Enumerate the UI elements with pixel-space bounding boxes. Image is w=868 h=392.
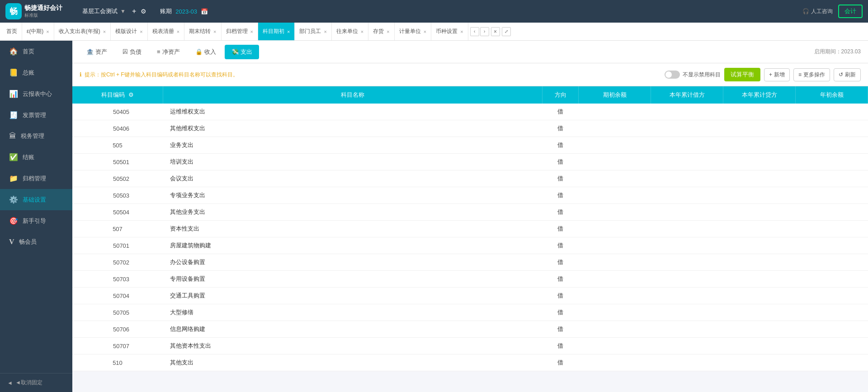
settings-icon[interactable]: ⚙ bbox=[141, 8, 146, 15]
table-row[interactable]: 50406 其他维权支出 借 bbox=[72, 120, 868, 137]
sidebar-pin-toggle[interactable]: ◄ ◄取消固定 bbox=[0, 373, 72, 392]
table-row[interactable]: 50405 运维维权支出 借 bbox=[72, 104, 868, 120]
tab-unit[interactable]: 计量单位 × bbox=[395, 23, 431, 41]
table-row[interactable]: 50701 房屋建筑物购建 借 bbox=[72, 237, 868, 254]
sub-tab-expenditure[interactable]: 💸 支出 bbox=[225, 45, 259, 59]
cell-debit bbox=[651, 271, 723, 288]
tab-currency[interactable]: 币种设置 × bbox=[431, 23, 468, 41]
cell-code: 50503 bbox=[72, 187, 163, 204]
table-row[interactable]: 50504 其他业务支出 借 bbox=[72, 204, 868, 221]
refresh-button[interactable]: ↺ 刷新 bbox=[834, 68, 861, 81]
ai-consult-btn[interactable]: 🎧 人工咨询 bbox=[802, 8, 833, 15]
cell-year-balance bbox=[796, 271, 868, 288]
table-row[interactable]: 505 业务支出 借 bbox=[72, 137, 868, 154]
cell-debit bbox=[651, 304, 723, 321]
project-name-area[interactable]: 基层工会测试 ▼ + ⚙ bbox=[82, 7, 146, 15]
cell-year-balance bbox=[796, 204, 868, 221]
tab-next-btn[interactable]: › bbox=[480, 27, 489, 36]
sidebar-item-tax[interactable]: 🏛 税务管理 bbox=[0, 126, 72, 146]
project-dropdown-icon[interactable]: ▼ bbox=[120, 8, 126, 14]
sub-tab-liabilities[interactable]: 囚 负债 bbox=[116, 45, 148, 59]
tab-dept-close[interactable]: × bbox=[324, 29, 326, 34]
tab-period-end[interactable]: 期末结转 × bbox=[184, 23, 221, 41]
table-row[interactable]: 50502 会议支出 借 bbox=[72, 170, 868, 187]
ledger-icon: 📒 bbox=[9, 68, 18, 77]
tab-middle-label: ε(中期) bbox=[27, 28, 43, 35]
tab-expand-btn[interactable]: ⤢ bbox=[502, 27, 511, 36]
calendar-icon[interactable]: 📅 bbox=[201, 8, 208, 15]
tab-subject-init[interactable]: 科目期初 × bbox=[258, 23, 295, 41]
table-row[interactable]: 50704 交通工具购置 借 bbox=[72, 288, 868, 304]
sidebar-item-home[interactable]: 🏠 首页 bbox=[0, 41, 72, 62]
toggle-switch[interactable] bbox=[665, 71, 680, 79]
sidebar-item-settings[interactable]: ⚙️ 基础设置 bbox=[0, 189, 72, 210]
add-project-icon[interactable]: + bbox=[132, 7, 136, 15]
table-row[interactable]: 50501 培训支出 借 bbox=[72, 154, 868, 170]
sidebar-item-reports[interactable]: 📊 云报表中心 bbox=[0, 83, 72, 104]
tab-unit-close[interactable]: × bbox=[424, 29, 426, 34]
tab-contact[interactable]: 往来单位 × bbox=[332, 23, 368, 41]
assets-label: 资产 bbox=[95, 48, 107, 56]
tab-dept[interactable]: 部门员工 × bbox=[295, 23, 331, 41]
tab-tax-close[interactable]: × bbox=[177, 29, 179, 34]
tab-subject-init-close[interactable]: × bbox=[287, 29, 290, 34]
table-row[interactable]: 510 其他支出 借 bbox=[72, 354, 868, 371]
tab-close-all-btn[interactable]: × bbox=[491, 27, 500, 36]
sub-tab-assets[interactable]: 🏦 资产 bbox=[80, 45, 114, 59]
tab-contact-close[interactable]: × bbox=[361, 29, 363, 34]
period-label: 账期 bbox=[160, 7, 172, 15]
cell-debit bbox=[651, 187, 723, 204]
tab-prev-btn[interactable]: ‹ bbox=[470, 27, 479, 36]
sidebar-item-invoice[interactable]: 🧾 发票管理 bbox=[0, 104, 72, 126]
more-button[interactable]: ≡ 更多操作 bbox=[793, 68, 830, 81]
account-button[interactable]: 会计 bbox=[838, 5, 863, 18]
sidebar-item-ledger[interactable]: 📒 总账 bbox=[0, 62, 72, 83]
balance-button[interactable]: 试算平衡 bbox=[724, 68, 760, 81]
tab-template[interactable]: 模版设计 × bbox=[111, 23, 147, 41]
tab-inventory-close[interactable]: × bbox=[387, 29, 389, 34]
add-button[interactable]: + 新增 bbox=[764, 68, 790, 81]
tab-archive-close[interactable]: × bbox=[250, 29, 253, 34]
sub-tab-income[interactable]: 🔒 收入 bbox=[189, 45, 223, 59]
cell-direction: 借 bbox=[542, 354, 579, 371]
tab-middle-close[interactable]: × bbox=[46, 29, 49, 34]
table-row[interactable]: 50703 专用设备购置 借 bbox=[72, 271, 868, 288]
tab-annual[interactable]: 收入支出表(年报) × bbox=[54, 23, 111, 41]
table-row[interactable]: 50705 大型修缮 借 bbox=[72, 304, 868, 321]
tab-period-end-close[interactable]: × bbox=[213, 29, 216, 34]
sidebar-item-ledger-label: 总账 bbox=[23, 69, 34, 77]
cell-name: 交通工具购置 bbox=[163, 288, 542, 304]
table-row[interactable]: 50706 信息网络购建 借 bbox=[72, 321, 868, 338]
cell-code: 50707 bbox=[72, 338, 163, 354]
tab-home[interactable]: 首页 bbox=[2, 23, 22, 41]
cell-balance bbox=[579, 187, 651, 204]
table-row[interactable]: 50503 专项业务支出 借 bbox=[72, 187, 868, 204]
tab-inventory[interactable]: 存货 × bbox=[368, 23, 394, 41]
cell-code: 50501 bbox=[72, 154, 163, 170]
cell-balance bbox=[579, 321, 651, 338]
net-assets-label: 净资产 bbox=[162, 48, 180, 56]
cell-year-balance bbox=[796, 321, 868, 338]
tab-annual-close[interactable]: × bbox=[103, 29, 106, 34]
table-row[interactable]: 50702 办公设备购置 借 bbox=[72, 254, 868, 271]
tab-template-close[interactable]: × bbox=[140, 29, 142, 34]
table-row[interactable]: 50707 其他资本性支出 借 bbox=[72, 338, 868, 354]
tax-icon: 🏛 bbox=[9, 132, 16, 140]
sidebar-item-member[interactable]: V 畅会员 bbox=[0, 231, 72, 252]
cell-credit bbox=[723, 120, 796, 137]
cell-code: 50406 bbox=[72, 120, 163, 137]
cell-code: 50701 bbox=[72, 237, 163, 254]
tab-archive[interactable]: 归档管理 × bbox=[222, 23, 258, 41]
sidebar-item-close[interactable]: ✅ 结账 bbox=[0, 146, 72, 168]
sub-tab-net-assets[interactable]: ≡ 净资产 bbox=[150, 45, 187, 59]
tab-tax[interactable]: 税表清册 × bbox=[148, 23, 184, 41]
toggle-label: 不显示禁用科目 bbox=[683, 71, 721, 79]
cell-debit bbox=[651, 354, 723, 371]
top-header: 畅 畅捷通好会计 标准版 基层工会测试 ▼ + ⚙ 账期 2023-03 📅 🎧… bbox=[0, 0, 868, 23]
table-row[interactable]: 507 资本性支出 借 bbox=[72, 221, 868, 237]
col-code-settings-icon[interactable]: ⚙ bbox=[128, 91, 134, 98]
sidebar-item-guide[interactable]: 🎯 新手引导 bbox=[0, 210, 72, 231]
sidebar-item-archive[interactable]: 📁 归档管理 bbox=[0, 168, 72, 189]
tab-middle[interactable]: ε(中期) × bbox=[22, 23, 54, 41]
tab-currency-close[interactable]: × bbox=[460, 29, 463, 34]
